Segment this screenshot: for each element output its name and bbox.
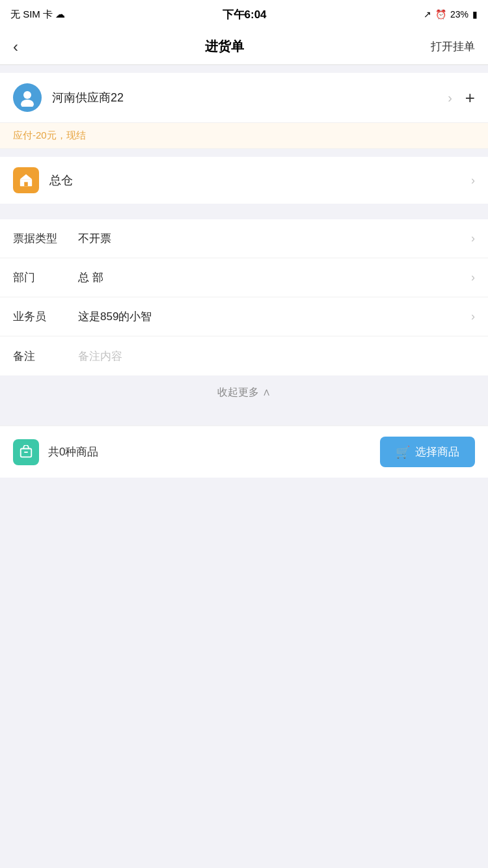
remark-label: 备注 bbox=[13, 349, 72, 364]
remark-input[interactable]: 备注内容 bbox=[72, 349, 475, 364]
section-gap-4 bbox=[0, 410, 488, 418]
svg-rect-4 bbox=[24, 182, 28, 186]
warehouse-row[interactable]: 总仓 › bbox=[0, 157, 488, 204]
supplier-avatar bbox=[13, 83, 42, 112]
warehouse-chevron-icon: › bbox=[471, 174, 475, 187]
battery-text: 23% bbox=[450, 9, 468, 20]
svg-point-1 bbox=[21, 100, 34, 107]
warehouse-section: 总仓 › bbox=[0, 157, 488, 204]
invoice-type-row[interactable]: 票据类型 不开票 › bbox=[0, 219, 488, 258]
warehouse-svg-icon bbox=[19, 173, 33, 187]
department-label: 部门 bbox=[13, 270, 72, 285]
product-icon bbox=[13, 439, 39, 465]
page-title: 进货单 bbox=[205, 38, 244, 55]
location-icon: ↗ bbox=[424, 9, 431, 20]
status-bar: 无 SIM 卡 ☁ 下午6:04 ↗ ⏰ 23% ▮ bbox=[0, 0, 488, 29]
salesperson-label: 业务员 bbox=[13, 309, 72, 324]
warehouse-name: 总仓 bbox=[49, 172, 471, 188]
invoice-type-value: 不开票 bbox=[72, 231, 471, 246]
avatar-icon bbox=[18, 88, 36, 107]
salesperson-value: 这是859的小智 bbox=[72, 309, 471, 324]
status-left: 无 SIM 卡 ☁ bbox=[10, 8, 65, 21]
open-pending-button[interactable]: 打开挂单 bbox=[431, 39, 475, 54]
alarm-icon: ⏰ bbox=[435, 9, 446, 20]
section-gap-3 bbox=[0, 204, 488, 211]
department-value: 总 部 bbox=[72, 270, 471, 285]
salesperson-row[interactable]: 业务员 这是859的小智 › bbox=[0, 297, 488, 336]
section-gap-2 bbox=[0, 149, 488, 157]
collapse-label: 收起更多 ∧ bbox=[217, 387, 270, 398]
supplier-section: 河南供应商22 › + 应付-20元，现结 bbox=[0, 73, 488, 149]
notice-bar: 应付-20元，现结 bbox=[0, 123, 488, 149]
remark-row[interactable]: 备注 备注内容 bbox=[0, 336, 488, 375]
svg-point-0 bbox=[23, 91, 31, 99]
supplier-name: 河南供应商22 bbox=[52, 90, 448, 105]
department-row[interactable]: 部门 总 部 › bbox=[0, 258, 488, 297]
product-svg-icon bbox=[19, 445, 33, 459]
notice-text: 应付-20元，现结 bbox=[13, 129, 86, 141]
status-time: 下午6:04 bbox=[223, 7, 267, 22]
svg-marker-3 bbox=[20, 174, 32, 179]
add-supplier-button[interactable]: + bbox=[465, 88, 475, 108]
page-container: 无 SIM 卡 ☁ 下午6:04 ↗ ⏰ 23% ▮ ‹ 进货单 打开挂单 河南… bbox=[0, 0, 488, 868]
battery-icon: ▮ bbox=[472, 9, 478, 20]
back-button[interactable]: ‹ bbox=[13, 38, 18, 56]
select-product-label: 选择商品 bbox=[415, 444, 459, 459]
invoice-type-chevron-icon: › bbox=[471, 232, 475, 245]
bottom-bar: 共0种商品 🛒 选择商品 bbox=[0, 426, 488, 478]
supplier-chevron-icon: › bbox=[448, 90, 452, 105]
product-count: 共0种商品 bbox=[48, 444, 380, 459]
supplier-row[interactable]: 河南供应商22 › + bbox=[0, 73, 488, 123]
nav-bar: ‹ 进货单 打开挂单 bbox=[0, 29, 488, 65]
department-chevron-icon: › bbox=[471, 271, 475, 284]
salesperson-chevron-icon: › bbox=[471, 310, 475, 323]
collapse-bar[interactable]: 收起更多 ∧ bbox=[0, 375, 488, 410]
form-section: 票据类型 不开票 › 部门 总 部 › 业务员 这是859的小智 › 备注 备注… bbox=[0, 219, 488, 375]
status-right: ↗ ⏰ 23% ▮ bbox=[424, 9, 478, 20]
select-product-icon: 🛒 bbox=[396, 445, 410, 459]
select-product-button[interactable]: 🛒 选择商品 bbox=[380, 437, 475, 467]
warehouse-icon bbox=[13, 167, 39, 193]
invoice-type-label: 票据类型 bbox=[13, 231, 72, 246]
section-gap-1 bbox=[0, 65, 488, 73]
